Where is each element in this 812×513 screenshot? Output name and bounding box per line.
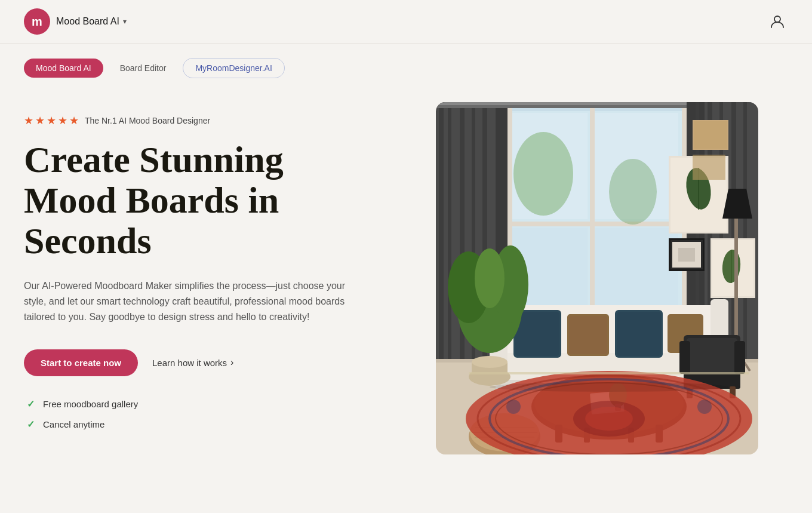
logo-letter: m [32,15,42,29]
svg-rect-91 [679,341,690,374]
tab-myroom-designer[interactable]: MyRoomDesigner.AI [183,58,284,78]
svg-point-23 [513,132,573,216]
svg-rect-31 [743,102,747,359]
rating-label: The Nr.1 AI Mood Board Designer [85,116,210,125]
svg-point-102 [490,382,728,392]
learn-how-link[interactable]: Learn how it works › [152,357,233,368]
svg-point-99 [506,400,521,414]
right-column [406,102,788,454]
star-1: ★ [24,114,33,127]
arrow-right-icon: › [230,357,233,368]
tab-mood-board-ai[interactable]: Mood Board AI [24,59,103,78]
chevron-down-icon: ▾ [123,17,127,26]
svg-rect-6 [439,102,444,359]
check-icon-cancel: ✓ [24,418,37,431]
nav-tabs: Mood Board AI Board Editor MyRoomDesigne… [0,44,812,90]
star-4: ★ [58,114,67,127]
svg-rect-33 [694,121,727,149]
star-3: ★ [47,114,56,127]
logo[interactable]: m [24,8,50,35]
start-create-button[interactable]: Start to create now [24,349,138,376]
svg-rect-42 [678,248,695,262]
left-column: ★ ★ ★ ★ ★ The Nr.1 AI Mood Board Designe… [24,102,370,431]
svg-rect-101 [469,372,749,374]
svg-rect-58 [515,312,559,356]
svg-point-98 [585,407,633,431]
stars-display: ★ ★ ★ ★ ★ [24,114,79,127]
cta-row: Start to create now Learn how it works › [24,349,370,376]
tab-board-editor[interactable]: Board Editor [108,59,179,78]
hero-description: Our AI-Powered Moodboard Maker simplifie… [24,278,346,325]
svg-rect-62 [617,312,661,356]
header-right [767,11,788,32]
feature-item-gallery: ✓ Free moodboard gallery [24,398,370,411]
svg-rect-38 [693,155,725,180]
svg-rect-60 [569,316,607,354]
header: m Mood Board AI ▾ [0,0,812,44]
svg-point-24 [609,159,657,225]
app-name-nav[interactable]: Mood Board AI ▾ [56,16,127,27]
svg-point-100 [697,400,712,414]
rating-row: ★ ★ ★ ★ ★ The Nr.1 AI Mood Board Designe… [24,114,370,127]
svg-rect-92 [734,341,745,374]
svg-point-78 [472,356,508,368]
svg-point-0 [774,16,780,22]
svg-point-75 [475,248,505,308]
hero-headline: Create Stunning Mood Boards in Seconds [24,139,370,262]
star-5: ★ [69,114,79,127]
header-left: m Mood Board AI ▾ [24,8,127,35]
star-2: ★ [35,114,45,127]
svg-rect-17 [508,222,687,226]
main-content: ★ ★ ★ ★ ★ The Nr.1 AI Mood Board Designe… [0,90,812,478]
hero-room-image [436,102,758,454]
svg-rect-7 [448,102,451,359]
check-icon-gallery: ✓ [24,398,37,411]
user-account-button[interactable] [767,11,788,32]
features-list: ✓ Free moodboard gallery ✓ Cancel anytim… [24,398,370,431]
feature-item-cancel: ✓ Cancel anytime [24,418,370,431]
svg-rect-47 [734,219,738,350]
